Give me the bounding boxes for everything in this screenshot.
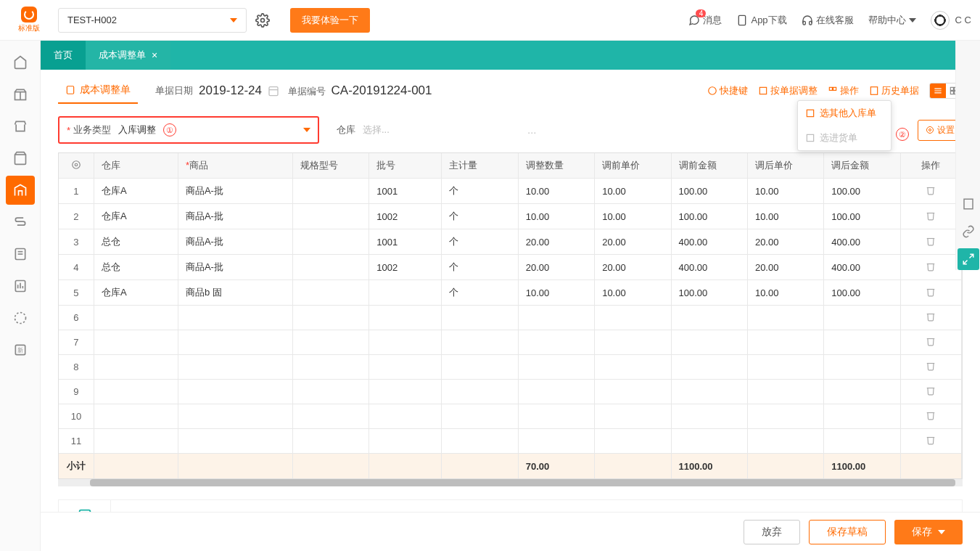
account-value: TEST-H002 (67, 15, 117, 25)
view-list-icon[interactable] (930, 83, 946, 98)
table-row[interactable]: 5 仓库A 商品b 固 个 10.00 10.00 100.00 10.00 1… (59, 280, 962, 306)
chevron-down-icon (230, 18, 237, 23)
table-row[interactable]: 10 (59, 404, 962, 429)
svg-point-32 (73, 160, 81, 168)
svg-point-31 (75, 163, 78, 166)
svg-rect-25 (950, 91, 953, 94)
table-row[interactable]: 11 (59, 429, 962, 454)
sidebar-new[interactable]: 新 (6, 335, 35, 364)
svg-text:新: 新 (17, 347, 23, 354)
delete-row-icon[interactable] (926, 212, 936, 223)
online-service-button[interactable]: 在线客服 (802, 14, 854, 27)
th-spec: 规格型号 (292, 153, 368, 179)
calendar-icon[interactable] (268, 85, 279, 97)
adjust-by-doc-button[interactable]: 按单据调整 (758, 84, 818, 97)
date-label: 单据日期 (155, 84, 193, 97)
sidebar-home[interactable] (6, 48, 35, 77)
select-other-inbound[interactable]: 选其他入库单 (798, 101, 891, 126)
th-preprice: 调前单价 (595, 153, 671, 179)
sidebar-sync[interactable] (6, 303, 35, 332)
chevron-down-icon (303, 128, 310, 132)
svg-rect-17 (829, 87, 832, 90)
table-row[interactable]: 7 (59, 330, 962, 355)
delete-row-icon[interactable] (926, 436, 936, 447)
sidebar-gift[interactable] (6, 80, 35, 109)
th-batch: 批号 (369, 153, 442, 179)
rail-link-icon[interactable] (958, 221, 979, 242)
brand-label: 标准版 (18, 23, 40, 33)
avatar-icon (931, 11, 950, 30)
th-postamt: 调后金额 (824, 153, 900, 179)
sidebar-money[interactable] (6, 208, 35, 237)
save-button[interactable]: 保存 (894, 520, 963, 544)
table-row[interactable]: 3 总仓 商品A-批 1001 个 20.00 20.00 400.00 20.… (59, 229, 962, 255)
app-download-button[interactable]: App下载 (736, 14, 786, 27)
history-button[interactable]: 历史单据 (869, 84, 919, 97)
chevron-down-icon (909, 18, 916, 23)
annotation-marker-1: ① (163, 123, 176, 136)
tab-home[interactable]: 首页 (41, 41, 86, 70)
subtotal-postamt: 1100.00 (824, 454, 900, 479)
chevron-down-icon (938, 530, 945, 534)
account-select[interactable]: TEST-H002 (58, 8, 247, 33)
subtotal-qty: 70.00 (518, 454, 594, 479)
delete-row-icon[interactable] (926, 288, 936, 299)
svg-rect-18 (833, 87, 836, 90)
delete-row-icon[interactable] (926, 362, 936, 373)
table-row[interactable]: 4 总仓 商品A-批 1002 个 20.00 20.00 400.00 20.… (59, 255, 962, 280)
sidebar-bag[interactable] (6, 144, 35, 173)
table-row[interactable]: 9 (59, 380, 962, 404)
th-qty: 调整数量 (518, 153, 594, 179)
delete-row-icon[interactable] (926, 263, 936, 274)
delete-row-icon[interactable] (926, 338, 936, 348)
delete-row-icon[interactable] (926, 237, 936, 248)
sidebar-doc[interactable] (6, 240, 35, 269)
help-center-button[interactable]: 帮助中心 (868, 14, 916, 27)
svg-rect-27 (807, 110, 813, 116)
sidebar-store[interactable] (6, 112, 35, 141)
table-row[interactable]: 8 (59, 355, 962, 380)
warehouse-select[interactable]: 仓库 选择... … (337, 123, 537, 136)
sidebar-report[interactable] (6, 272, 35, 301)
table-row[interactable]: 2 仓库A 商品A-批 1002 个 10.00 10.00 100.00 10… (59, 204, 962, 229)
select-purchase-order: 选进货单 (798, 126, 891, 150)
tab-close-icon[interactable]: × (152, 49, 157, 61)
shortcut-button[interactable]: 快捷键 (707, 84, 748, 97)
rail-expand-icon[interactable] (958, 248, 979, 270)
user-menu[interactable]: C C (931, 11, 971, 30)
operate-button[interactable]: 操作 (828, 84, 859, 97)
delete-row-icon[interactable] (926, 412, 936, 423)
business-type-select[interactable]: * 业务类型 入库调整 ① (58, 116, 319, 144)
th-preamt: 调前金额 (671, 153, 747, 179)
delete-row-icon[interactable] (926, 187, 936, 197)
data-table: 仓库 *商品 规格型号 批号 主计量 调整数量 调前单价 调前金额 调后单价 调… (58, 152, 963, 479)
col-config-button[interactable] (59, 153, 94, 179)
doc-title-tab[interactable]: 成本调整单 (58, 78, 138, 104)
discard-button[interactable]: 放弃 (744, 520, 800, 544)
svg-rect-36 (964, 199, 973, 209)
svg-point-0 (261, 18, 265, 22)
code-value: CA-20191224-001 (332, 83, 432, 97)
svg-rect-28 (807, 134, 813, 141)
notifications-button[interactable]: 消息 4 (688, 14, 722, 27)
settings-icon[interactable] (255, 13, 270, 28)
svg-rect-16 (759, 87, 766, 94)
notification-badge: 4 (696, 9, 706, 17)
table-row[interactable]: 6 (59, 306, 962, 330)
brand-block: 标准版 (9, 7, 49, 33)
svg-rect-19 (870, 87, 877, 95)
delete-row-icon[interactable] (926, 313, 936, 324)
brand-logo-icon (21, 7, 37, 23)
rail-note-icon[interactable] (958, 193, 979, 215)
delete-row-icon[interactable] (926, 387, 936, 398)
save-draft-button[interactable]: 保存草稿 (809, 520, 886, 544)
sidebar-warehouse[interactable] (6, 176, 35, 205)
date-value[interactable]: 2019-12-24 (199, 83, 262, 98)
experience-button[interactable]: 我要体验一下 (290, 8, 370, 33)
table-row[interactable]: 1 仓库A 商品A-批 1001 个 10.00 10.00 100.00 10… (59, 179, 962, 204)
tab-cost-adjust[interactable]: 成本调整单 × (86, 41, 170, 70)
svg-rect-12 (67, 86, 73, 94)
svg-point-9 (15, 313, 25, 324)
th-postprice: 调后单价 (747, 153, 823, 179)
horizontal-scrollbar[interactable] (58, 479, 963, 486)
